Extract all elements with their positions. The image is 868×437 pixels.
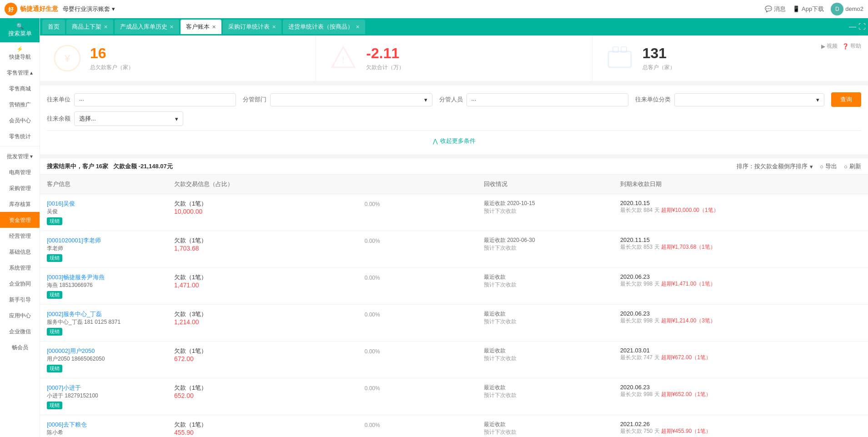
sort-selector[interactable]: 排序：按欠款金额倒序排序 ▾ xyxy=(737,162,813,171)
customer-name-5[interactable]: [0007]小进于 xyxy=(47,384,161,392)
sidebar-item-quick-nav[interactable]: ⚡ 快捷导航 xyxy=(0,42,40,65)
last-collection-2: 最近收款 xyxy=(484,273,607,281)
tab-production-history[interactable]: 产成品入库单历史 ✕ xyxy=(115,20,179,34)
sidebar-item-guide[interactable]: 新手引导 xyxy=(0,291,40,307)
summary-card-1: ¥ 16 总欠款客户（家） xyxy=(40,35,316,81)
system-label: 系统管理 xyxy=(2,264,37,272)
tab-purchase-stats[interactable]: 采购订单统计表 ✕ xyxy=(223,20,281,34)
result-customer-count: 16家 xyxy=(96,163,108,170)
filter-input-source[interactable]: ··· xyxy=(74,93,236,106)
result-prefix: 搜索结果中，客户 xyxy=(47,163,94,170)
tab-minimize-btn[interactable]: — xyxy=(849,23,856,31)
debt-amount-6: 455.90 xyxy=(174,429,351,436)
filter-input-person[interactable]: ··· xyxy=(467,93,628,106)
due-date-0: 2020.10.15 xyxy=(620,200,861,206)
sidebar-item-retail-mall[interactable]: 零售商城 xyxy=(0,80,40,96)
tab-customer-account[interactable]: 客户账本 ✕ xyxy=(181,20,221,34)
customer-name-3[interactable]: [0002]服务中心_丁磊 xyxy=(47,310,161,318)
message-action[interactable]: 💬 消息 xyxy=(765,5,786,13)
sidebar-item-inventory[interactable]: 库存核算 xyxy=(0,196,40,212)
customer-phone-6: 陈小希 xyxy=(47,429,161,437)
sidebar-item-member2[interactable]: 畅会员 xyxy=(0,339,40,355)
customer-name-2[interactable]: [0003]畅捷服务尹海燕 xyxy=(47,273,161,281)
sidebar-item-retail-mgmt[interactable]: 零售管理 ▴ xyxy=(0,65,40,80)
logo-icon: 好 xyxy=(5,3,17,15)
sidebar-item-member[interactable]: 会员中心 xyxy=(0,112,40,128)
filter-input-balance[interactable]: 选择... ▾ xyxy=(74,111,183,126)
sidebar-item-operations[interactable]: 经营管理 xyxy=(0,228,40,244)
export-label: 导出 xyxy=(825,162,837,171)
collapse-btn[interactable]: ⋀ 收起更多条件 xyxy=(431,135,478,147)
search-button[interactable]: 查询 xyxy=(831,92,861,107)
overdue-amount-4[interactable]: 超期¥672.00（1笔） xyxy=(661,354,711,361)
filter-item-source: 往来单位 ··· xyxy=(47,93,236,106)
overdue-amount-0[interactable]: 超期¥10,000.00（1笔） xyxy=(661,207,719,213)
table-row: [0016]吴俊 吴俊 现销 欠款（1笔） 10,000.00 0.00% 最近… xyxy=(40,194,868,231)
sidebar-item-retail-stats[interactable]: 零售统计 xyxy=(0,128,40,144)
user-action[interactable]: D demo2 xyxy=(831,3,863,15)
overdue-amount-2[interactable]: 超期¥1,471.00（1笔） xyxy=(661,281,716,287)
sidebar-item-wholesale[interactable]: 批发管理 ▾ xyxy=(0,148,40,164)
customer-name-4[interactable]: [000002]用户2050 xyxy=(47,347,161,355)
cell-debt-5: 欠款（1笔） 652.00 xyxy=(167,378,358,415)
sidebar-divider-1 xyxy=(0,146,40,146)
download-action[interactable]: 📱 App下载 xyxy=(793,5,824,13)
sidebar-item-ecommerce[interactable]: 电商管理 xyxy=(0,164,40,180)
video-btn[interactable]: ▶ 视频 xyxy=(821,42,838,50)
tab-production-history-close[interactable]: ✕ xyxy=(170,24,174,30)
cell-customer-3: [0002]服务中心_丁磊 服务中心_丁磊 181 0125 8371 现销 xyxy=(40,305,167,342)
tab-product-listing-close[interactable]: ✕ xyxy=(104,24,108,30)
filter-input-category[interactable]: ▾ xyxy=(674,93,824,106)
video-label: 视频 xyxy=(827,42,838,50)
tab-home[interactable]: 首页 xyxy=(42,20,65,34)
sort-label: 排序：按欠款金额倒序排序 xyxy=(737,162,808,171)
result-actions: 排序：按欠款金额倒序排序 ▾ ○ 导出 ○ 刷新 xyxy=(737,162,861,171)
cell-debt-6: 欠款（1笔） 455.90 xyxy=(167,415,358,437)
sidebar-item-wechat[interactable]: 企业微信 xyxy=(0,323,40,339)
cell-due-0: 2020.10.15 最长欠款 884 天 超期¥10,000.00（1笔） xyxy=(613,194,868,231)
sidebar-item-collab[interactable]: 企业协同 xyxy=(0,276,40,291)
export-btn[interactable]: ○ 导出 xyxy=(820,162,837,171)
filter-input-dept[interactable]: ▾ xyxy=(270,93,432,106)
tab-purchase-summary-label: 进货单统计表（按商品） xyxy=(288,23,353,31)
sidebar-item-marketing[interactable]: 营销推广 xyxy=(0,96,40,112)
message-icon: 💬 xyxy=(765,5,772,12)
store-selector[interactable]: 母婴行业演示账套 ▾ xyxy=(63,5,115,13)
cell-collection-5: 最近收款 预计下次收款 xyxy=(477,378,613,415)
cell-debt-1: 欠款（1笔） 1,703.68 xyxy=(167,231,358,268)
cell-debt-0: 欠款（1笔） 10,000.00 xyxy=(167,194,358,231)
refresh-btn[interactable]: ○ 刷新 xyxy=(844,162,861,171)
sidebar-item-basic-info[interactable]: 基础信息 xyxy=(0,244,40,260)
overdue-amount-3[interactable]: 超期¥1,214.00（3笔） xyxy=(661,317,716,324)
tab-maximize-btn[interactable]: ⛶ xyxy=(858,23,866,31)
sidebar-search[interactable]: 🔍 搜索菜单 xyxy=(0,18,40,42)
customer-name-0[interactable]: [0016]吴俊 xyxy=(47,200,161,208)
tab-purchase-summary[interactable]: 进货单统计表（按商品） ✕ xyxy=(283,20,365,34)
cell-due-5: 2020.06.23 最长欠款 998 天 超期¥652.00（1笔） xyxy=(613,378,868,415)
tab-purchase-stats-close[interactable]: ✕ xyxy=(272,24,276,30)
tab-customer-account-close[interactable]: ✕ xyxy=(212,24,216,30)
table-row: [0002]服务中心_丁磊 服务中心_丁磊 181 0125 8371 现销 欠… xyxy=(40,305,868,342)
user-name: demo2 xyxy=(845,5,863,12)
sidebar-item-finance[interactable]: 资金管理 xyxy=(0,212,40,228)
summary-cards: ¥ 16 总欠款客户（家） ! xyxy=(40,35,868,81)
overdue-amount-6[interactable]: 超期¥455.90（1笔） xyxy=(661,428,711,434)
overdue-amount-1[interactable]: 超期¥1,703.68（1笔） xyxy=(661,244,716,250)
overdue-amount-5[interactable]: 超期¥652.00（1笔） xyxy=(661,391,711,397)
tab-purchase-summary-close[interactable]: ✕ xyxy=(356,24,360,30)
sidebar-item-purchase[interactable]: 采购管理 xyxy=(0,180,40,196)
quick-nav-label: 快捷导航 xyxy=(2,53,37,61)
tab-product-listing[interactable]: 商品上下架 ✕ xyxy=(66,20,113,34)
tab-purchase-stats-label: 采购订单统计表 xyxy=(228,23,270,31)
next-collection-2: 预计下次收款 xyxy=(484,281,607,289)
customer-name-6[interactable]: [0006]去下粮仓 xyxy=(47,421,161,429)
next-collection-4: 预计下次收款 xyxy=(484,355,607,362)
sidebar-item-system[interactable]: 系统管理 xyxy=(0,260,40,276)
help-btn[interactable]: ❓ 帮助 xyxy=(842,42,861,50)
ecommerce-label: 电商管理 xyxy=(2,169,37,176)
customer-tag-1: 现销 xyxy=(47,254,62,262)
customer-name-1[interactable]: [0001020001]李老师 xyxy=(47,236,161,245)
cell-due-6: 2021.02.26 最长欠款 750 天 超期¥455.90（1笔） xyxy=(613,415,868,437)
sidebar-item-apps[interactable]: 应用中心 xyxy=(0,307,40,323)
top-bar-right: 💬 消息 📱 App下载 D demo2 xyxy=(765,3,863,15)
